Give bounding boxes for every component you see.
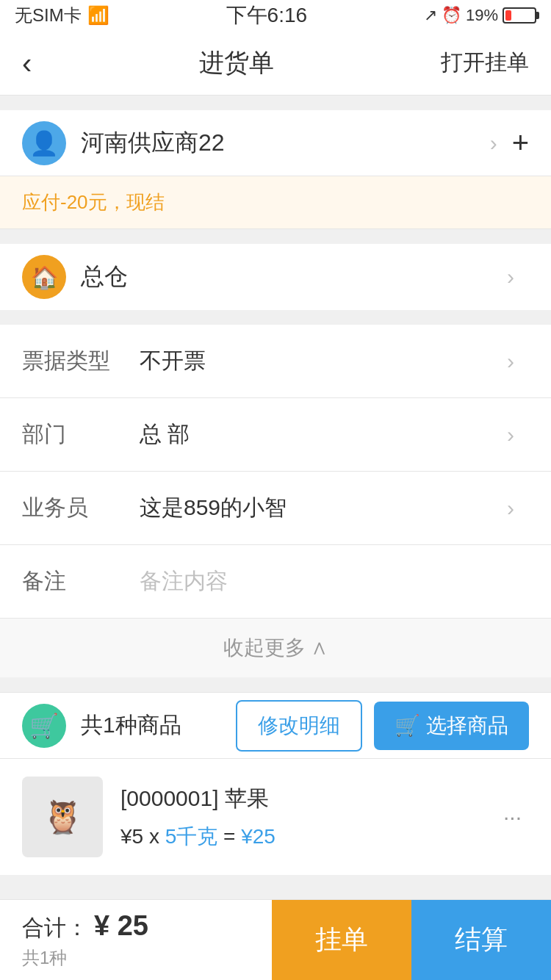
supplier-notice: 应付-20元，现结 [0,176,551,229]
battery-label: 19% [466,6,498,25]
remark-label: 备注 [22,566,125,597]
location-icon: ↗ [424,6,437,25]
salesperson-value: 这是859的小智 [125,493,507,523]
status-right: ↗ ⏰ 19% [424,6,536,25]
product-icon-wrap: 🛒 [22,704,66,748]
chevron-right-warehouse-icon: › [507,264,514,289]
product-header: 🛒 共1种商品 修改明细 🛒 选择商品 [0,692,551,758]
supplier-section: 👤 河南供应商22 › + 应付-20元，现结 [0,110,551,229]
product-info: [0000001] 苹果 ¥5 x 5千克 = ¥25 [120,784,496,851]
department-value: 总 部 [125,419,507,450]
nav-bar: ‹ 进货单 打开挂单 [0,31,551,96]
owl-icon: 🦉 [43,798,83,836]
price-eq: = [223,825,241,848]
sim-label: 无SIM卡 [15,4,82,27]
owl-placeholder: 🦉 [43,798,83,836]
separator-1 [0,96,551,110]
product-thumbnail: 🦉 [22,777,103,857]
department-row[interactable]: 部门 总 部 › [0,398,551,472]
product-name: [0000001] 苹果 [120,784,496,814]
product-more-button[interactable]: ··· [496,797,529,837]
price-total: ¥25 [241,825,276,848]
back-button[interactable]: ‹ [22,48,32,78]
separator-3 [0,310,551,325]
supplier-row[interactable]: 👤 河南供应商22 › + [0,110,551,176]
total-label: 合计： [22,913,88,943]
status-time: 下午6:16 [226,1,308,29]
warehouse-row[interactable]: 🏠 总仓 › [0,244,551,310]
collapse-button[interactable]: 收起更多 ∧ [0,619,551,677]
warehouse-name: 总仓 [81,261,507,293]
product-price: ¥5 x 5千克 = ¥25 [120,823,496,851]
invoice-type-label: 票据类型 [22,346,125,376]
warehouse-section: 🏠 总仓 › [0,244,551,310]
supplier-name: 河南供应商22 [81,127,490,159]
price-unit: ¥5 x [120,825,165,848]
total-row: 合计： ¥ 25 [22,910,250,943]
salesperson-label: 业务员 [22,493,125,523]
add-button[interactable]: + [512,126,529,159]
remark-row[interactable]: 备注 备注内容 [0,545,551,619]
invoice-type-value: 不开票 [125,346,507,376]
separator-4 [0,677,551,692]
total-amount: ¥ 25 [94,910,148,942]
battery-icon [503,7,536,24]
chevron-right-invoice-icon: › [507,349,514,374]
warehouse-icon-wrap: 🏠 [22,255,66,299]
form-section: 票据类型 不开票 › 部门 总 部 › 业务员 这是859的小智 › 备注 备注… [0,325,551,619]
select-product-label: 选择商品 [426,712,508,740]
remark-input[interactable]: 备注内容 [125,566,529,597]
avatar-icon: 👤 [29,129,59,157]
select-product-icon: 🛒 [395,713,420,738]
product-code: [0000001] 苹果 [120,786,269,810]
settle-button[interactable]: 结算 [411,900,551,981]
product-icon: 🛒 [29,712,59,740]
chevron-right-icon: › [490,131,497,156]
chevron-right-dept-icon: › [507,422,514,447]
chevron-right-sales-icon: › [507,496,514,521]
supplier-avatar: 👤 [22,121,66,165]
product-item: 🦉 [0000001] 苹果 ¥5 x 5千克 = ¥25 ··· [0,758,551,875]
collapse-label: 收起更多 ∧ [223,634,328,662]
select-product-button[interactable]: 🛒 选择商品 [374,702,529,750]
price-qty: 5千克 [165,825,218,848]
alarm-icon: ⏰ [442,6,461,25]
page-title: 进货单 [199,46,274,80]
footer-total: 合计： ¥ 25 共1种 [0,910,272,970]
status-left: 无SIM卡 📶 [15,4,109,27]
footer: 合计： ¥ 25 共1种 挂单 结算 [0,899,551,980]
total-symbol: ¥ [94,910,109,941]
separator-2 [0,229,551,244]
total-value: 25 [118,910,148,941]
modify-detail-button[interactable]: 修改明细 [236,700,362,752]
status-bar: 无SIM卡 📶 下午6:16 ↗ ⏰ 19% [0,0,551,31]
invoice-type-row[interactable]: 票据类型 不开票 › [0,325,551,398]
salesperson-row[interactable]: 业务员 这是859的小智 › [0,472,551,545]
pending-button[interactable]: 挂单 [272,900,411,981]
open-pending-button[interactable]: 打开挂单 [441,48,529,78]
department-label: 部门 [22,419,125,450]
footer-count: 共1种 [22,946,250,970]
wifi-icon: 📶 [87,5,109,26]
product-count: 共1种商品 [81,710,236,741]
warehouse-icon: 🏠 [31,264,58,290]
